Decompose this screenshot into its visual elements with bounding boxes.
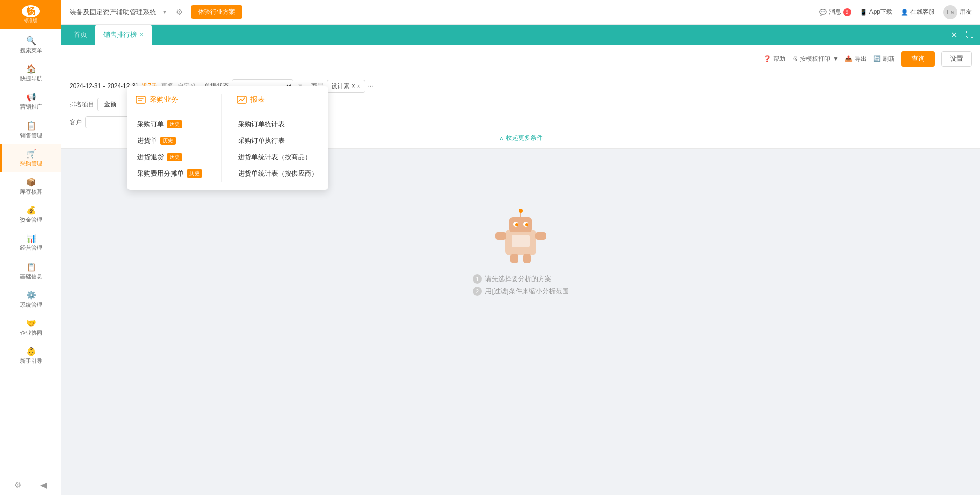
incoming-stat-supplier-label: 进货单统计表（按供应商） (238, 169, 318, 178)
sidebar-item-sales[interactable]: 📋 销售管理 (0, 116, 61, 144)
collapse-sidebar-button[interactable]: ◀ (40, 480, 47, 490)
menu-item-incoming[interactable]: 进货单 历史 (135, 133, 207, 149)
purchase-order-badge: 历史 (167, 120, 182, 128)
incoming-badge: 历史 (160, 137, 176, 145)
goods-tag: 设计素 × × (327, 80, 365, 93)
user-menu[interactable]: Ea 用友 (943, 5, 972, 19)
user-name: 用友 (960, 8, 972, 16)
tip-num-2: 2 (473, 287, 482, 296)
topbar: 装备及固定资产辅助管理系统 ▼ ⚙ 体验行业方案 💬 消息 9 📱 App下载 … (61, 0, 980, 25)
operation-icon: 📊 (26, 233, 36, 243)
sidebar-item-operation[interactable]: 📊 经营管理 (0, 228, 61, 256)
settings-button[interactable]: 设置 (941, 51, 972, 67)
sidebar-item-system[interactable]: ⚙️ 系统管理 (0, 285, 61, 313)
settings-footer-button[interactable]: ⚙ (14, 480, 22, 490)
sidebar-item-marketing[interactable]: 📢 营销推广 (0, 87, 61, 115)
svg-rect-1 (509, 217, 532, 232)
message-button[interactable]: 💬 消息 9 (819, 8, 851, 16)
message-badge: 9 (843, 8, 851, 16)
sidebar-footer: ⚙ ◀ (0, 475, 61, 495)
sidebar-item-label-purchase: 采购管理 (20, 160, 42, 167)
tab-ranking-label: 销售排行榜 (103, 30, 137, 39)
collapse-up-icon: ∧ (499, 135, 504, 142)
marketing-icon: 📢 (26, 92, 36, 102)
sidebar-item-newbie[interactable]: 👶 新手引导 (0, 341, 61, 370)
sidebar-version-text: 标准版 (24, 17, 37, 24)
incoming-stat-goods-label: 进货单统计表（按商品） (238, 153, 311, 162)
customer-label: 客户 (70, 118, 82, 127)
purchase-col-icon (135, 94, 146, 105)
sidebar-item-cooperation[interactable]: 🤝 企业协同 (0, 313, 61, 341)
empty-tips: 1 请先选择要分析的方案 2 用[过滤]条件来缩小分析范围 (473, 274, 568, 296)
menu-item-purchase-order[interactable]: 采购订单 历史 (135, 116, 207, 133)
sidebar-item-label-operation: 经营管理 (20, 245, 42, 251)
tab-close-icon[interactable]: × (140, 31, 143, 38)
svg-rect-10 (510, 254, 518, 263)
goods-ellipsis[interactable]: ··· (368, 82, 373, 90)
svg-point-7 (519, 209, 523, 213)
topbar-gear-icon[interactable]: ⚙ (176, 7, 183, 17)
sidebar-item-quicknav[interactable]: 🏠 快捷导航 (0, 59, 61, 87)
main-area: 装备及固定资产辅助管理系统 ▼ ⚙ 体验行业方案 💬 消息 9 📱 App下载 … (61, 0, 980, 495)
purchase-menu-overlay: 采购业务 采购订单 历史 进货单 历史 进货退货 历史 (127, 86, 328, 190)
refresh-button[interactable]: 🔄 刷新 (873, 55, 895, 63)
tip-num-1: 1 (473, 274, 482, 284)
tab-expand-icon[interactable]: ⛶ (964, 28, 976, 41)
print-icon: 🖨 (792, 55, 798, 62)
export-icon: 📤 (845, 55, 853, 62)
purchase-icon: 🛒 (26, 149, 36, 159)
collapse-label: 收起更多条件 (506, 134, 543, 142)
sidebar-item-finance[interactable]: 💰 资金管理 (0, 200, 61, 228)
return-badge: 历史 (167, 153, 182, 161)
help-button[interactable]: ❓ 帮助 (763, 55, 785, 63)
print-dropdown-icon: ▼ (833, 55, 839, 62)
collapse-filter-button[interactable]: ∧ 收起更多条件 (499, 134, 543, 142)
sidebar-item-search[interactable]: 🔍 搜索菜单 (0, 31, 61, 59)
industry-button[interactable]: 体验行业方案 (191, 5, 242, 19)
app-download-button[interactable]: 📱 App下载 (860, 8, 892, 16)
app-download-label: App下载 (869, 8, 892, 16)
query-button[interactable]: 查询 (901, 51, 935, 67)
sidebar-item-inventory[interactable]: 📦 库存核算 (0, 172, 61, 200)
menu-item-purchase-exec[interactable]: 采购订单执行表 (236, 133, 320, 149)
newbie-icon: 👶 (26, 347, 36, 356)
content-area: ❓ 帮助 🖨 按模板打印 ▼ 📤 导出 🔄 刷新 (61, 45, 980, 495)
empty-tip-text-2: 用[过滤]条件来缩小分析范围 (485, 287, 568, 296)
menu-item-return[interactable]: 进货退货 历史 (135, 149, 207, 165)
incoming-label: 进货单 (137, 136, 157, 145)
page-header: ❓ 帮助 🖨 按模板打印 ▼ 📤 导出 🔄 刷新 (61, 45, 980, 73)
purchase-stat-label: 采购订单统计表 (238, 120, 285, 129)
tab-home[interactable]: 首页 (66, 25, 95, 45)
sidebar-item-purchase[interactable]: 🛒 采购管理 (0, 144, 61, 172)
topbar-right: 💬 消息 9 📱 App下载 👤 在线客服 Ea 用友 (819, 5, 972, 19)
report-column: 报表 采购订单统计表 采购订单执行表 进货单统计表（按商品） 进货单统计表（按供 (236, 94, 320, 182)
topbar-dropdown[interactable]: ▼ (162, 9, 167, 15)
menu-item-cost[interactable]: 采购费用分摊单 历史 (135, 165, 207, 182)
menu-item-incoming-stat-goods[interactable]: 进货单统计表（按商品） (236, 149, 320, 165)
refresh-icon: 🔄 (873, 55, 881, 62)
date-separator: - (103, 82, 105, 90)
sidebar-item-basic[interactable]: 📋 基础信息 (0, 257, 61, 285)
message-icon: 💬 (819, 9, 827, 16)
empty-tip-1: 1 请先选择要分析的方案 (473, 274, 568, 284)
print-button[interactable]: 🖨 按模板打印 ▼ (792, 55, 839, 63)
tab-close-all-icon[interactable]: ✕ (949, 28, 960, 42)
svg-rect-9 (535, 232, 546, 240)
online-service-button[interactable]: 👤 在线客服 (901, 8, 935, 16)
phone-icon: 📱 (860, 9, 867, 16)
export-button[interactable]: 📤 导出 (845, 55, 867, 63)
goods-tag-close[interactable]: × (357, 83, 360, 89)
page-header-actions: ❓ 帮助 🖨 按模板打印 ▼ 📤 导出 🔄 刷新 (763, 51, 972, 67)
sidebar-item-label-cooperation: 企业协同 (20, 330, 42, 336)
svg-point-5 (525, 223, 528, 226)
sidebar-item-label-finance: 资金管理 (20, 217, 42, 223)
empty-state-image (490, 207, 551, 268)
return-label: 进货退货 (137, 153, 164, 162)
inventory-icon: 📦 (26, 177, 36, 187)
empty-tip-2: 2 用[过滤]条件来缩小分析范围 (473, 287, 568, 296)
menu-item-incoming-stat-supplier[interactable]: 进货单统计表（按供应商） (236, 165, 320, 182)
tab-ranking[interactable]: 销售排行榜 × (95, 25, 152, 45)
service-label: 在线客服 (910, 8, 935, 16)
cooperation-icon: 🤝 (26, 318, 36, 328)
menu-item-purchase-stat[interactable]: 采购订单统计表 (236, 116, 320, 133)
